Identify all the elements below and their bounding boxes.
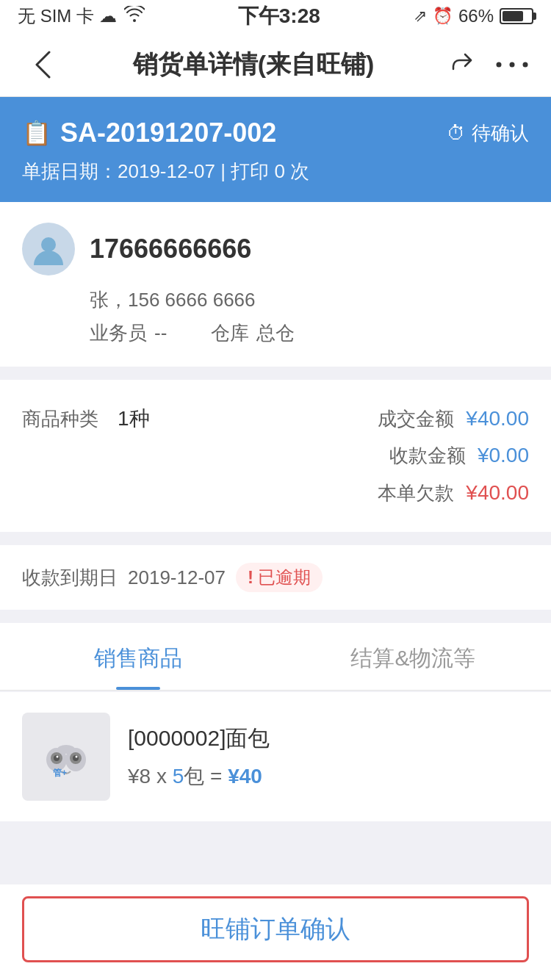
warehouse-value: 总仓 — [256, 320, 295, 346]
confirm-order-button[interactable]: 旺铺订单确认 — [22, 896, 529, 962]
svg-point-3 — [41, 237, 56, 252]
received-amount-value: ¥0.00 — [478, 437, 529, 474]
customer-contact: 张，156 6666 6666 — [22, 287, 529, 313]
svg-point-1 — [510, 62, 515, 67]
product-item: 管+ [0000002]面包 ¥8 x 5包 = ¥40 — [22, 713, 529, 801]
nav-actions — [442, 46, 530, 83]
svg-point-2 — [523, 62, 528, 67]
battery-icon — [500, 8, 533, 24]
svg-point-0 — [497, 62, 502, 67]
back-button[interactable] — [21, 43, 65, 87]
warehouse-item: 仓库 总仓 — [211, 320, 295, 346]
customer-meta: 业务员 -- 仓库 总仓 — [22, 320, 529, 346]
status-right: ⇗ ⏰ 66% — [414, 6, 533, 26]
stats-left: 商品种类 1种 — [22, 400, 150, 437]
owed-amount-label: 本单欠款 — [378, 476, 454, 511]
owed-amount-row: 本单欠款 ¥40.00 — [378, 475, 529, 511]
battery-percent: 66% — [458, 6, 494, 26]
product-type-label: 商品种类 1种 — [22, 400, 150, 437]
salesperson-value: -- — [154, 322, 167, 345]
due-date-section: 收款到期日 2019-12-07 ! 已逾期 — [0, 545, 551, 610]
warehouse-label: 仓库 — [211, 320, 249, 346]
wifi-icon — [124, 6, 145, 26]
avatar — [22, 223, 75, 275]
svg-point-10 — [57, 756, 59, 758]
tab-sales-goods[interactable]: 销售商品 — [0, 623, 276, 690]
customer-row: 17666666666 — [22, 223, 529, 275]
due-date-label: 收款到期日 — [22, 565, 118, 591]
customer-section: 17666666666 张，156 6666 6666 业务员 -- 仓库 总仓 — [0, 202, 551, 367]
nav-bar: 销货单详情(来自旺铺) — [0, 32, 551, 97]
deal-amount-value: ¥40.00 — [466, 400, 529, 437]
order-header: 📋 SA-20191207-002 ⏱ 待确认 单据日期：2019-12-07 … — [0, 97, 551, 202]
status-left: 无 SIM 卡 ☁ — [18, 4, 145, 28]
product-info: [0000002]面包 ¥8 x 5包 = ¥40 — [128, 724, 529, 790]
alarm-icon: ⏰ — [433, 7, 453, 26]
stats-section: 商品种类 1种 成交金额 ¥40.00 收款金额 ¥0.00 本单欠款 ¥40.… — [0, 380, 551, 532]
owed-amount-value: ¥40.00 — [466, 475, 529, 511]
tabs-bar: 销售商品 结算&物流等 — [0, 623, 551, 691]
share-button[interactable] — [442, 46, 479, 83]
overdue-badge: ! 已逾期 — [236, 563, 323, 592]
product-section: 管+ [0000002]面包 ¥8 x 5包 = ¥40 — [0, 692, 551, 821]
received-amount-label: 收款金额 — [389, 439, 466, 473]
received-amount-row: 收款金额 ¥0.00 — [389, 437, 529, 474]
stats-right: 成交金额 ¥40.00 收款金额 ¥0.00 本单欠款 ¥40.00 — [378, 400, 529, 511]
svg-point-11 — [76, 756, 78, 758]
confirm-button-wrap: 旺铺订单确认 — [0, 884, 551, 980]
status-bar: 无 SIM 卡 ☁ 下午3:28 ⇗ ⏰ 66% — [0, 0, 551, 32]
product-name: [0000002]面包 — [128, 724, 529, 754]
salesperson-label: 业务员 — [90, 320, 147, 346]
order-id: 📋 SA-20191207-002 — [22, 118, 276, 148]
order-date: 单据日期：2019-12-07 | 打印 0 次 — [22, 159, 529, 184]
no-sim-text: 无 SIM 卡 ☁ — [18, 4, 117, 28]
status-time: 下午3:28 — [238, 2, 320, 30]
clock-icon: ⏱ — [447, 122, 466, 145]
salesperson-item: 业务员 -- — [90, 320, 167, 346]
location-icon: ⇗ — [414, 7, 427, 26]
svg-point-12 — [57, 745, 75, 754]
more-button[interactable] — [494, 46, 530, 83]
overdue-text: 已逾期 — [258, 566, 311, 589]
customer-phone: 17666666666 — [90, 234, 251, 264]
product-price: ¥8 x 5包 = ¥40 — [128, 763, 529, 790]
order-icon: 📋 — [22, 119, 51, 147]
order-status: ⏱ 待确认 — [447, 120, 529, 146]
svg-text:管+: 管+ — [53, 768, 67, 778]
product-thumbnail: 管+ — [22, 713, 110, 801]
deal-amount-row: 成交金额 ¥40.00 — [378, 400, 529, 437]
deal-amount-label: 成交金额 — [378, 402, 454, 436]
due-date-value: 2019-12-07 — [128, 566, 226, 589]
tab-settlement[interactable]: 结算&物流等 — [276, 623, 551, 690]
page-title: 销货单详情(来自旺铺) — [133, 48, 375, 82]
overdue-icon: ! — [248, 567, 253, 588]
